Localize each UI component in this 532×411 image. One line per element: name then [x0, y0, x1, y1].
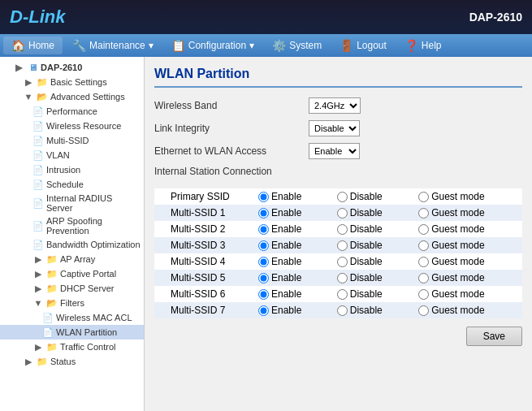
- ssid-enable-radio-4[interactable]: [258, 257, 269, 267]
- ssid-disable-radio-2[interactable]: [337, 224, 348, 235]
- ssid-guest-label-5[interactable]: Guest mode: [418, 272, 516, 283]
- ssid-enable-text-6: Enable: [271, 288, 301, 300]
- ssid-enable-radio-7[interactable]: [258, 305, 269, 316]
- ethernet-wlan-select[interactable]: Enable Disable: [309, 143, 360, 159]
- ssid-disable-radio-5[interactable]: [337, 273, 348, 283]
- sidebar-item-radius-server[interactable]: 📄 Internal RADIUS Server: [0, 192, 144, 214]
- save-button[interactable]: Save: [466, 327, 522, 346]
- ssid-guest-radio-6[interactable]: [418, 289, 429, 300]
- ssid-guest-radio-3[interactable]: [418, 240, 429, 251]
- ssid-guest-radio-4[interactable]: [418, 257, 429, 267]
- sidebar-item-arp-spoofing[interactable]: 📄 ARP Spoofing Prevention: [0, 214, 144, 237]
- ssid-guest-cell-4: Guest mode: [412, 253, 522, 270]
- ssid-disable-label-7[interactable]: Disable: [337, 305, 405, 316]
- wireless-band-select[interactable]: 2.4GHz 5GHz: [309, 97, 361, 114]
- ssid-enable-label-5[interactable]: Enable: [258, 272, 324, 283]
- sidebar-label-multi-ssid: Multi-SSID: [46, 136, 89, 145]
- sidebar-item-vlan[interactable]: 📄 VLAN: [0, 148, 144, 162]
- ssid-guest-label-3[interactable]: Guest mode: [418, 240, 516, 251]
- ssid-disable-label-5[interactable]: Disable: [337, 272, 405, 283]
- sidebar-item-basic-settings[interactable]: ▶ 📁 Basic Settings: [0, 75, 144, 89]
- sidebar-item-bandwidth[interactable]: 📄 Bandwidth Optimization: [0, 237, 144, 252]
- doc-icon: 📄: [32, 197, 44, 209]
- ssid-disable-radio-4[interactable]: [337, 257, 348, 267]
- sidebar-item-performance[interactable]: 📄 Performance: [0, 104, 144, 119]
- ssid-disable-label-6[interactable]: Disable: [337, 288, 405, 300]
- ssid-enable-radio-0[interactable]: [258, 192, 269, 202]
- ssid-enable-cell-1: Enable: [252, 205, 331, 221]
- sidebar-item-wireless-mac-acl[interactable]: 📄 Wireless MAC ACL: [0, 310, 144, 325]
- sidebar-item-schedule[interactable]: 📄 Schedule: [0, 177, 144, 192]
- ssid-guest-radio-1[interactable]: [418, 208, 429, 218]
- sidebar-item-status[interactable]: ▶ 📁 Status: [0, 354, 144, 369]
- nav-home[interactable]: 🏠 Home: [3, 37, 63, 54]
- sidebar-label-filters: Filters: [60, 298, 84, 308]
- ssid-row-2: Multi-SSID 2 Enable Disable Guest mode: [154, 221, 522, 237]
- sidebar-item-wlan-partition[interactable]: 📄 WLAN Partition: [0, 325, 144, 340]
- sidebar-item-captive-portal[interactable]: ▶ 📁 Captive Portal: [0, 266, 144, 281]
- nav-configuration[interactable]: 📋 Configuration ▾: [163, 37, 262, 54]
- nav-logout[interactable]: 🚪 Logout: [331, 37, 395, 54]
- maintenance-icon: 🔧: [72, 39, 86, 52]
- ssid-disable-label-1[interactable]: Disable: [337, 207, 405, 218]
- sidebar-item-wireless-resource[interactable]: 📄 Wireless Resource: [0, 119, 144, 133]
- ssid-guest-label-0[interactable]: Guest mode: [418, 191, 516, 202]
- ethernet-wlan-control: Enable Disable: [309, 143, 360, 159]
- sidebar: ▶ 🖥 DAP-2610 ▶ 📁 Basic Settings ▼ 📂 Adva…: [0, 57, 145, 411]
- ssid-guest-text-6: Guest mode: [431, 288, 484, 300]
- ssid-disable-label-3[interactable]: Disable: [337, 240, 405, 251]
- ssid-enable-radio-6[interactable]: [258, 289, 269, 300]
- sidebar-item-filters[interactable]: ▼ 📂 Filters: [0, 296, 144, 310]
- ssid-guest-label-2[interactable]: Guest mode: [418, 223, 516, 235]
- ssid-disable-radio-3[interactable]: [337, 240, 348, 251]
- ssid-disable-label-0[interactable]: Disable: [337, 191, 405, 202]
- ssid-disable-label-2[interactable]: Disable: [337, 223, 405, 235]
- sidebar-item-advanced-settings[interactable]: ▼ 📂 Advanced Settings: [0, 89, 144, 104]
- page-title: WLAN Partition: [154, 67, 522, 88]
- sidebar-item-intrusion[interactable]: 📄 Intrusion: [0, 162, 144, 177]
- ssid-enable-radio-3[interactable]: [258, 240, 269, 251]
- ssid-guest-radio-5[interactable]: [418, 273, 429, 283]
- ssid-label-2: Multi-SSID 2: [154, 221, 252, 237]
- ssid-enable-label-2[interactable]: Enable: [258, 223, 324, 235]
- nav-help[interactable]: ❓ Help: [396, 37, 450, 54]
- ssid-guest-label-1[interactable]: Guest mode: [418, 207, 516, 218]
- ssid-guest-radio-7[interactable]: [418, 305, 429, 316]
- ssid-enable-label-6[interactable]: Enable: [258, 288, 324, 300]
- ssid-enable-label-7[interactable]: Enable: [258, 305, 324, 316]
- ssid-guest-radio-0[interactable]: [418, 192, 429, 202]
- sidebar-item-multi-ssid[interactable]: 📄 Multi-SSID: [0, 133, 144, 148]
- ssid-disable-radio-6[interactable]: [337, 289, 348, 300]
- nav-system[interactable]: ⚙️ System: [264, 37, 330, 54]
- link-integrity-select[interactable]: Disable Enable: [309, 120, 360, 136]
- sidebar-item-dhcp-server[interactable]: ▶ 📁 DHCP Server: [0, 281, 144, 296]
- ssid-disable-radio-1[interactable]: [337, 208, 348, 218]
- ssid-disable-radio-0[interactable]: [337, 192, 348, 202]
- sidebar-root[interactable]: ▶ 🖥 DAP-2610: [0, 60, 144, 75]
- ssid-guest-radio-2[interactable]: [418, 224, 429, 235]
- ssid-guest-text-7: Guest mode: [431, 305, 484, 316]
- ssid-enable-label-0[interactable]: Enable: [258, 191, 324, 202]
- ssid-enable-radio-1[interactable]: [258, 208, 269, 218]
- ssid-enable-label-1[interactable]: Enable: [258, 207, 324, 218]
- ssid-enable-label-3[interactable]: Enable: [258, 240, 324, 251]
- ssid-row-0: Primary SSID Enable Disable Guest mode: [154, 188, 522, 205]
- ssid-disable-label-4[interactable]: Disable: [337, 256, 405, 267]
- ssid-guest-cell-3: Guest mode: [412, 237, 522, 253]
- ssid-enable-radio-2[interactable]: [258, 224, 269, 235]
- sidebar-item-traffic-control[interactable]: ▶ 📁 Traffic Control: [0, 340, 144, 354]
- ssid-guest-text-3: Guest mode: [431, 240, 484, 251]
- ssid-disable-radio-7[interactable]: [337, 305, 348, 316]
- internal-station-row: Internal Station Connection: [154, 166, 522, 182]
- ssid-guest-cell-7: Guest mode: [412, 302, 522, 318]
- device-icon: 🖥: [27, 62, 38, 73]
- doc-icon: 📄: [32, 149, 44, 161]
- sidebar-label-basic-settings: Basic Settings: [50, 77, 107, 87]
- ssid-enable-radio-5[interactable]: [258, 273, 269, 283]
- ssid-enable-label-4[interactable]: Enable: [258, 256, 324, 267]
- nav-maintenance[interactable]: 🔧 Maintenance ▾: [64, 37, 162, 54]
- ssid-guest-label-4[interactable]: Guest mode: [418, 256, 516, 267]
- ssid-guest-label-7[interactable]: Guest mode: [418, 305, 516, 316]
- ssid-guest-label-6[interactable]: Guest mode: [418, 288, 516, 300]
- sidebar-item-ap-array[interactable]: ▶ 📁 AP Array: [0, 252, 144, 266]
